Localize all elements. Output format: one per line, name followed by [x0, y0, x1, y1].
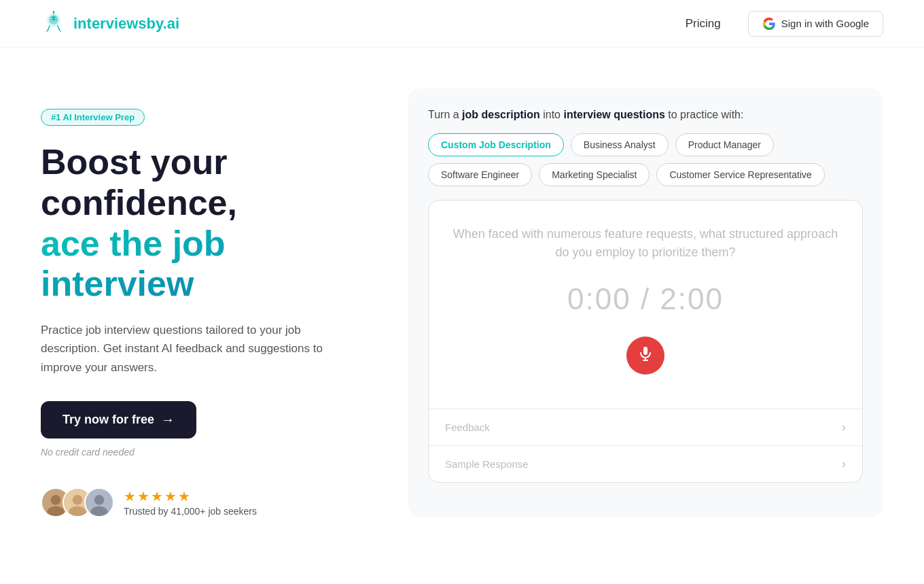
hero-title: Boost your confidence, ace the job inter…: [41, 142, 380, 305]
demo-card: When faced with numerous feature request…: [428, 200, 863, 483]
intro-text: Turn a job description into interview qu…: [428, 109, 863, 121]
hero-title-line2: confidence,: [41, 183, 237, 222]
svg-point-6: [53, 11, 55, 13]
avatars: [41, 487, 114, 517]
left-section: #1 AI Interview Prep Boost your confiden…: [41, 88, 380, 517]
demo-question-area: When faced with numerous feature request…: [429, 201, 862, 409]
tag-5[interactable]: Customer Service Representative: [656, 163, 824, 186]
demo-timer: 0:00 / 2:00: [449, 282, 842, 316]
hero-title-line1: Boost your: [41, 142, 227, 182]
svg-point-8: [51, 495, 61, 505]
tag-4[interactable]: Marketing Specialist: [539, 163, 650, 186]
tag-list: Custom Job DescriptionBusiness AnalystPr…: [428, 133, 863, 186]
pricing-link[interactable]: Pricing: [686, 17, 721, 31]
svg-point-11: [73, 495, 83, 505]
svg-point-14: [94, 495, 105, 505]
google-icon: [762, 17, 776, 31]
cta-label: Try now for free: [63, 413, 154, 427]
logo[interactable]: interviewsby.ai: [41, 11, 179, 37]
sample-response-label: Sample Response: [445, 458, 529, 470]
main-content: #1 AI Interview Prep Boost your confiden…: [0, 48, 924, 545]
badge: #1 AI Interview Prep: [41, 109, 145, 126]
mic-button[interactable]: [626, 337, 664, 375]
trusted-text: Trusted by 41,000+ job seekers: [124, 506, 257, 517]
feedback-label: Feedback: [445, 422, 490, 433]
no-credit-text: No credit card needed: [41, 447, 380, 458]
sample-response-chevron-icon: ›: [842, 457, 846, 471]
hero-title-line3: ace the job interview: [41, 224, 226, 304]
avatar-3: [84, 487, 114, 517]
svg-point-4: [55, 18, 56, 19]
cta-button[interactable]: Try now for free →: [41, 401, 196, 439]
demo-footer: Feedback › Sample Response ›: [429, 409, 862, 482]
stars-section: ★★★★★ Trusted by 41,000+ job seekers: [124, 488, 257, 517]
stars: ★★★★★: [124, 488, 257, 504]
svg-rect-16: [643, 347, 647, 355]
tag-3[interactable]: Software Engineer: [428, 163, 532, 186]
social-proof: ★★★★★ Trusted by 41,000+ job seekers: [41, 487, 380, 517]
logo-icon: [41, 11, 67, 37]
tag-0[interactable]: Custom Job Description: [428, 133, 564, 156]
hero-description: Practice job interview questions tailore…: [41, 321, 333, 377]
demo-question: When faced with numerous feature request…: [449, 225, 842, 262]
feedback-row[interactable]: Feedback ›: [429, 409, 862, 446]
sign-in-label: Sign in with Google: [781, 18, 869, 29]
sign-in-button[interactable]: Sign in with Google: [748, 11, 883, 37]
header-right: Pricing Sign in with Google: [686, 11, 883, 37]
arrow-icon: →: [161, 412, 175, 428]
tag-2[interactable]: Product Manager: [675, 133, 774, 156]
feedback-chevron-icon: ›: [842, 420, 846, 434]
tag-1[interactable]: Business Analyst: [571, 133, 669, 156]
sample-response-row[interactable]: Sample Response ›: [429, 446, 862, 482]
header: interviewsby.ai Pricing Sign in with Goo…: [0, 0, 924, 48]
mic-icon: [637, 345, 654, 366]
right-section: Turn a job description into interview qu…: [408, 88, 883, 517]
logo-text: interviewsby.ai: [73, 15, 179, 33]
svg-point-3: [52, 18, 53, 19]
